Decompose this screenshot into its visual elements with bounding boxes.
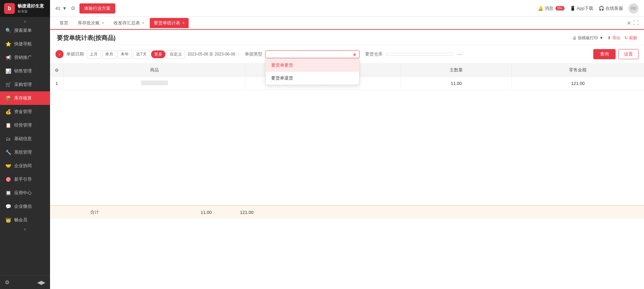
date-btn-last-month[interactable]: 上月: [87, 50, 101, 59]
page-header: 要货单统计表(按商品) 🖨 按模板打印 ▼ ⬆ 导出 ↻ 刷新: [50, 30, 644, 45]
settings-icon[interactable]: ⚙: [5, 279, 9, 286]
date-btn-more[interactable]: 更多: [151, 50, 165, 58]
grid-icon: 🔲: [5, 190, 11, 196]
box-icon: 📦: [5, 95, 11, 102]
table-footer: 合计 11.00 121.00: [50, 205, 644, 219]
close-all-tabs-btn[interactable]: ✕: [627, 20, 631, 26]
user-avatar[interactable]: Rit: [628, 3, 639, 14]
warehouse-label: 要货仓库: [365, 51, 383, 57]
star-icon: ⭐: [5, 41, 11, 47]
tab-close-order-report[interactable]: ×: [182, 21, 185, 25]
product-placeholder: [141, 81, 168, 85]
app-download-btn[interactable]: 📱 App下载: [570, 5, 593, 12]
sidebar-item-finance[interactable]: 💰 资金管理: [0, 105, 50, 118]
sidebar-item-operations[interactable]: 📋 经营管理: [0, 118, 50, 132]
topbar-right: 🔔 消息 99+ 📱 App下载 🎧 在线客服 Rit: [538, 3, 639, 14]
online-service-btn[interactable]: 🎧 在线客服: [599, 5, 623, 12]
search-icon: 🔍: [5, 27, 11, 34]
row-index: 1: [50, 77, 64, 90]
sidebar-item-inventory[interactable]: 📦 库存核算: [0, 91, 50, 105]
footer-amount: 121.00: [230, 210, 264, 215]
sidebar-nav: ▲ 🔍 搜索菜单 ⭐ 快捷导航 📢 营销推广 📊 销售管理 🛒 采购管理 📦: [0, 17, 50, 275]
row-quantity: 11.00: [401, 77, 512, 90]
tabs-bar: 首页 库存批次账 × 收发存汇总表 × 要货单统计表 × ✕ ⛶: [50, 17, 644, 30]
sidebar-item-sales[interactable]: 📊 销售管理: [0, 64, 50, 78]
type-label: 单据类型: [245, 51, 262, 57]
sidebar-item-purchase[interactable]: 🛒 采购管理: [0, 78, 50, 91]
dropdown-item-order-goods[interactable]: 要货单要货: [266, 59, 359, 72]
tab-close-inventory-batch[interactable]: ×: [102, 21, 104, 25]
export-btn[interactable]: ⬆ 导出: [607, 35, 620, 41]
empty-space: [50, 90, 644, 205]
phone-icon: 📱: [570, 6, 575, 11]
sidebar-item-member[interactable]: 👑 畅会员: [0, 213, 50, 227]
filter-actions: 查询 设置: [593, 49, 639, 59]
tab-collect-report[interactable]: 收发存汇总表 ×: [110, 18, 148, 28]
th-settings[interactable]: ⚙: [50, 64, 64, 77]
sidebar-item-guide[interactable]: 🎯 新手引导: [0, 173, 50, 186]
query-button[interactable]: 查询: [593, 49, 616, 59]
date-btn-7days[interactable]: 近7天: [133, 50, 150, 59]
sidebar-item-wechat[interactable]: 💬 企业微信: [0, 200, 50, 213]
tab-home[interactable]: 首页: [55, 18, 72, 28]
date-btn-custom[interactable]: 自定义: [167, 50, 185, 59]
th-product: 商品: [64, 64, 245, 77]
sidebar-footer: ⚙ ◀▶: [0, 275, 50, 289]
trial-button[interactable]: 体验行业方案: [79, 3, 115, 14]
filter-more-btn[interactable]: ···: [457, 51, 462, 58]
dropdown-arrow-icon: ▼: [62, 6, 67, 11]
cart-icon: 🛒: [5, 81, 11, 88]
type-dropdown: 要货单要货 要货单退货: [265, 59, 359, 85]
date-btn-this-year[interactable]: 本年: [118, 50, 132, 59]
refresh-btn[interactable]: ↻ 刷新: [624, 35, 637, 41]
dropdown-item-order-return[interactable]: 要货单退货: [266, 72, 359, 85]
target-icon: 🎯: [5, 176, 11, 183]
date-group: 上月 本月 本年 近7天 更多 自定义: [87, 50, 185, 59]
sidebar-item-marketing[interactable]: 📢 营销推广: [0, 51, 50, 64]
printer-icon: 🖨: [572, 36, 576, 40]
filter-bar: › 单据日期 上月 本月 本年 近7天 更多 自定义 2023-05-06 至 …: [50, 45, 644, 64]
tab-inventory-batch[interactable]: 库存批次账 ×: [74, 18, 108, 28]
sidebar-item-system[interactable]: 🔧 系统管理: [0, 146, 50, 159]
tab-close-collect-report[interactable]: ×: [142, 21, 144, 25]
scroll-down-btn[interactable]: ▼: [0, 227, 50, 232]
sidebar-item-cooperation[interactable]: 🤝 企业协同: [0, 159, 50, 173]
megaphone-icon: 📢: [5, 54, 11, 61]
topbar: 41 ▼ ⚙ 体验行业方案 🔔 消息 99+ 📱 App下载 🎧 在线客服 Ri…: [50, 0, 644, 17]
chart-icon: 📊: [5, 68, 11, 74]
date-btn-this-month[interactable]: 本月: [102, 50, 116, 59]
row-amount: 121.00: [511, 77, 644, 90]
page-inner: 要货单统计表(按商品) 🖨 按模板打印 ▼ ⬆ 导出 ↻ 刷新: [50, 30, 644, 289]
bell-icon: 🔔: [538, 6, 543, 11]
settings-button[interactable]: 设置: [618, 49, 639, 59]
gear-icon[interactable]: ⚙: [71, 5, 75, 12]
wrench-icon: 🔧: [5, 149, 11, 156]
sidebar-item-search[interactable]: 🔍 搜索菜单: [0, 24, 50, 37]
type-arrow-up-icon[interactable]: ▲: [353, 52, 357, 57]
clipboard-icon: 📋: [5, 122, 11, 129]
sidebar-item-quick-nav[interactable]: ⭐ 快捷导航: [0, 37, 50, 51]
date-range-text: 2023-05-06 至 2023-06-06: [188, 51, 235, 57]
filter-expand-btn[interactable]: ›: [55, 50, 64, 58]
headset-icon: 🎧: [599, 6, 604, 11]
sidebar-item-basic[interactable]: 🗂 基础信息: [0, 132, 50, 146]
app-logo: b: [4, 3, 15, 14]
tabs-actions: ✕ ⛶: [627, 20, 639, 26]
page-content: 要货单统计表(按商品) 🖨 按模板打印 ▼ ⬆ 导出 ↻ 刷新: [50, 30, 644, 289]
scroll-up-btn[interactable]: ▲: [0, 18, 50, 24]
warehouse-input[interactable]: [385, 53, 453, 55]
th-quantity: 主数量: [401, 64, 512, 77]
fullscreen-icon[interactable]: ⛶: [633, 20, 639, 26]
sidebar-header: b 畅捷通好生意 标准版: [0, 0, 50, 17]
page-header-actions: 🖨 按模板打印 ▼ ⬆ 导出 ↻ 刷新: [572, 35, 637, 41]
export-icon: ⬆: [607, 36, 611, 40]
collapse-icon[interactable]: ◀▶: [37, 279, 45, 286]
type-input[interactable]: [268, 52, 353, 57]
print-btn[interactable]: 🖨 按模板打印 ▼: [572, 35, 603, 41]
messages-btn[interactable]: 🔔 消息 99+: [538, 5, 565, 12]
folder-icon: 🗂: [5, 135, 11, 142]
row-product: [64, 77, 245, 90]
tab-order-report[interactable]: 要货单统计表 ×: [150, 18, 189, 28]
store-selector[interactable]: 41 ▼: [55, 6, 67, 11]
sidebar-item-apps[interactable]: 🔲 应用中心: [0, 186, 50, 200]
